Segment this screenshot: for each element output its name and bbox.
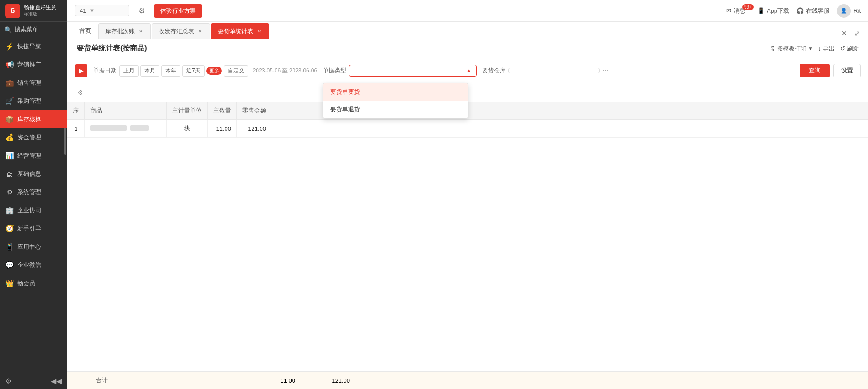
online-service-action[interactable]: 🎧 在线客服: [796, 7, 830, 15]
sidebar-nav: ⚡ 快捷导航 📢 营销推广 💼 销售管理 🛒 采购管理 📦 库存核算 💰 资金管…: [0, 37, 67, 373]
sidebar-item-apps[interactable]: 📱 应用中心: [0, 238, 67, 256]
warehouse-filter-select[interactable]: [508, 68, 600, 73]
filter-actions: 查询 设置: [800, 64, 861, 77]
footer-qty: 11.00: [241, 377, 295, 384]
expand-icon: ▶: [79, 67, 84, 74]
col-header-amount: 零售金额: [237, 102, 272, 120]
settings-icon[interactable]: ⚙: [5, 377, 12, 385]
type-filter-select[interactable]: ▲: [349, 65, 477, 77]
messages-action[interactable]: ✉ 消息 99+: [726, 7, 750, 15]
tab-home-label: 首页: [79, 27, 91, 35]
trial-btn[interactable]: 体验行业方案: [154, 4, 202, 18]
sidebar-label-quick-nav: 快捷导航: [17, 42, 41, 51]
marketing-icon: 📢: [5, 61, 14, 69]
refresh-icon: ↺: [840, 45, 845, 52]
page-title: 要货单统计表(按商品): [77, 44, 147, 53]
store-selector[interactable]: 41 ▼: [75, 5, 129, 16]
headset-icon: 🎧: [796, 7, 804, 14]
sidebar-label-apps: 应用中心: [17, 243, 41, 251]
col-header-unit: 主计量单位: [167, 102, 208, 120]
export-icon: ↓: [818, 45, 822, 52]
row-extra: [272, 120, 868, 138]
table-settings-icon[interactable]: ⚙: [75, 87, 86, 98]
logo-icon: 6: [5, 4, 20, 18]
tab-home[interactable]: 首页: [73, 23, 98, 39]
sidebar-item-guide[interactable]: 🧭 新手引导: [0, 220, 67, 238]
tab-inventory-batch[interactable]: 库存批次账 ✕: [98, 23, 151, 39]
dropdown-item-yaohuo-tuihuo[interactable]: 要货单退货: [323, 101, 468, 118]
filter-bar: ▶ 单据日期 上月 本月 本年 近7天 更多 自定义 2023-05-06 至 …: [67, 58, 868, 83]
date-filter-label: 单据日期: [93, 67, 117, 75]
sidebar-item-quick-nav[interactable]: ⚡ 快捷导航: [0, 37, 67, 56]
guide-icon: 🧭: [5, 225, 14, 233]
finance-icon: 💰: [5, 133, 14, 142]
date-btn-this-year[interactable]: 本年: [161, 65, 180, 77]
print-btn[interactable]: 🖨 按模板打印 ▼: [769, 45, 813, 53]
system-icon: ⚙: [5, 188, 14, 196]
footer-amount: 121.00: [295, 377, 350, 384]
export-btn[interactable]: ↓ 导出: [818, 45, 835, 53]
sidebar-item-member[interactable]: 👑 畅会员: [0, 274, 67, 292]
date-btn-prev-month[interactable]: 上月: [119, 65, 139, 77]
dropdown-item-yaohuo-jinghuo[interactable]: 要货单要货: [323, 83, 468, 101]
sidebar-item-enterprise[interactable]: 🏢 企业协同: [0, 201, 67, 220]
refresh-btn[interactable]: ↺ 刷新: [840, 45, 859, 53]
sidebar-label-marketing: 营销推广: [17, 61, 41, 69]
filter-expand-btn[interactable]: ▶: [75, 64, 87, 77]
wechat-icon: 💬: [5, 261, 14, 269]
tab-collect-summary[interactable]: 收发存汇总表 ✕: [152, 23, 210, 39]
dropdown-item-label: 要货单要货: [330, 88, 360, 95]
date-more-btn[interactable]: 更多: [206, 67, 222, 75]
sidebar-item-marketing[interactable]: 📢 营销推广: [0, 56, 67, 74]
sidebar-search[interactable]: 🔍 搜索菜单: [0, 22, 67, 37]
warehouse-more-icon[interactable]: ···: [602, 67, 608, 75]
dropdown-item-label: 要货单退货: [330, 106, 360, 113]
sidebar-item-finance[interactable]: 💰 资金管理: [0, 128, 67, 147]
sidebar-item-inventory[interactable]: 📦 库存核算: [0, 110, 67, 128]
user-info[interactable]: 👤 Rit: [837, 4, 861, 18]
sidebar-item-wechat[interactable]: 💬 企业微信: [0, 256, 67, 274]
settings-btn[interactable]: 设置: [833, 64, 861, 77]
logo-name: 畅捷通好生意: [24, 4, 56, 11]
online-service-label: 在线客服: [806, 7, 830, 15]
sidebar-item-sales[interactable]: 💼 销售管理: [0, 74, 67, 92]
date-btn-last-7-days[interactable]: 近7天: [182, 65, 205, 77]
tab-close-all-btn[interactable]: ✕: [839, 28, 850, 39]
tab-order-stats[interactable]: 要货单统计表 ✕: [211, 23, 269, 39]
print-arrow-icon: ▼: [808, 46, 813, 51]
type-filter-arrow-icon: ▲: [466, 67, 472, 74]
inventory-icon: 📦: [5, 115, 14, 123]
query-btn[interactable]: 查询: [800, 64, 830, 77]
dropdown-arrow-icon: ▼: [89, 7, 95, 14]
tab-collect-summary-close[interactable]: ✕: [197, 28, 203, 35]
user-avatar: 👤: [837, 4, 851, 18]
tab-order-stats-label: 要货单统计表: [218, 27, 253, 36]
sidebar-item-purchase[interactable]: 🛒 采购管理: [0, 92, 67, 110]
tab-inventory-batch-label: 库存批次账: [105, 27, 135, 36]
sidebar-label-operations: 经营管理: [17, 152, 41, 160]
tabs-bar: 首页 库存批次账 ✕ 收发存汇总表 ✕ 要货单统计表 ✕ ✕ ⤢: [67, 22, 868, 39]
date-custom-btn[interactable]: 自定义: [224, 65, 248, 77]
sidebar: 6 畅捷通好生意 标准版 🔍 搜索菜单 ⚡ 快捷导航 📢 营销推广 💼 销售管理…: [0, 0, 67, 389]
sidebar-item-basics[interactable]: 🗂 基础信息: [0, 165, 67, 183]
warehouse-filter-group: 要货仓库 ···: [482, 67, 608, 75]
tab-inventory-batch-close[interactable]: ✕: [138, 28, 144, 35]
sidebar-item-operations[interactable]: 📊 经营管理: [0, 147, 67, 165]
table-row: 1 块 11.00 121.00: [67, 120, 868, 138]
member-icon: 👑: [5, 279, 14, 287]
topbar-gear-button[interactable]: ⚙: [135, 4, 149, 18]
date-btn-this-month[interactable]: 本月: [140, 65, 159, 77]
sidebar-label-inventory: 库存核算: [17, 115, 41, 123]
tab-order-stats-close[interactable]: ✕: [256, 28, 262, 35]
table-area: ⚙ 序 商品 主计量单位 主数量 零售金额 1: [67, 83, 868, 371]
sidebar-label-system: 系统管理: [17, 188, 41, 196]
app-download-label: App下载: [767, 7, 789, 15]
app-download-action[interactable]: 📱 App下载: [757, 7, 789, 15]
sidebar-logo: 6 畅捷通好生意 标准版: [0, 0, 67, 22]
col-header-product: 商品: [85, 102, 167, 120]
sidebar-label-sales: 销售管理: [17, 79, 41, 87]
tab-expand-btn[interactable]: ⤢: [852, 28, 863, 39]
row-unit: 块: [167, 120, 208, 138]
sidebar-item-system[interactable]: ⚙ 系统管理: [0, 183, 67, 201]
collapse-icon[interactable]: ◀◀: [51, 377, 62, 385]
